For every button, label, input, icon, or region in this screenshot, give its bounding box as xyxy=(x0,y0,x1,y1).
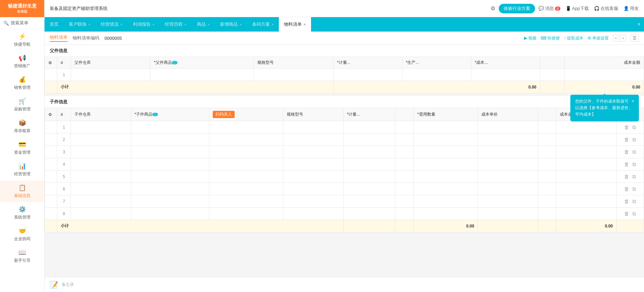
td-child-unit-cost[interactable] xyxy=(478,121,538,133)
td-child-product[interactable] xyxy=(131,146,209,158)
td-child-qty[interactable] xyxy=(413,121,478,133)
td-child-unit[interactable] xyxy=(343,208,395,220)
td-child-unit[interactable] xyxy=(343,158,395,171)
tab-customer[interactable]: 客户联络 × xyxy=(64,17,96,32)
td-child-product[interactable] xyxy=(131,195,209,208)
td-child-qty[interactable] xyxy=(413,133,478,146)
td-spec[interactable] xyxy=(254,69,333,81)
td-parent-warehouse[interactable] xyxy=(71,69,150,81)
tab-bom[interactable]: 物料清单 × xyxy=(279,17,311,32)
td-child-unit-cost[interactable] xyxy=(478,183,538,195)
sidebar-item-inventory[interactable]: 📦 库存核算 xyxy=(0,116,44,137)
user-avatar[interactable]: 👤 用友 xyxy=(623,5,639,12)
td-child-warehouse[interactable] xyxy=(71,195,131,208)
td-child-spec[interactable] xyxy=(283,208,344,220)
td-parent-product[interactable] xyxy=(150,69,254,81)
sidebar-search[interactable]: 🔍 搜索菜单 xyxy=(0,17,44,29)
td-child-spec[interactable] xyxy=(283,146,344,158)
copy-button[interactable]: ⧉ xyxy=(631,211,637,217)
td-child-unit[interactable] xyxy=(343,121,395,133)
sidebar-item-system[interactable]: ⚙️ 系统管理 xyxy=(0,202,44,224)
copy-button[interactable]: ⧉ xyxy=(631,174,637,180)
sidebar-item-purchase[interactable]: 🛒 采购管理 xyxy=(0,94,44,116)
message-button[interactable]: 💬 消息 6 xyxy=(538,5,560,12)
td-child-warehouse[interactable] xyxy=(71,133,131,146)
td-unit[interactable] xyxy=(333,69,402,81)
copy-button[interactable]: ⧉ xyxy=(631,198,637,205)
th-settings[interactable]: ⚙ xyxy=(45,57,57,69)
td-child-unit-cost[interactable] xyxy=(478,208,538,220)
online-service-button[interactable]: 🎧 在线客服 xyxy=(594,5,618,12)
tab-close-icon[interactable]: × xyxy=(272,22,274,26)
tab-profit[interactable]: 利润报告 × xyxy=(128,17,160,32)
scan-button[interactable]: 扫码录入 xyxy=(213,111,235,118)
tab-history[interactable]: 经营历程 × xyxy=(160,17,191,32)
tab-close-icon[interactable]: × xyxy=(239,22,242,26)
td-child-unit-cost[interactable] xyxy=(478,195,538,208)
sidebar-item-basic-info[interactable]: 📋 基础信息 xyxy=(0,180,44,202)
prev-button[interactable]: ‹ xyxy=(613,35,619,42)
delete-button[interactable]: 🗑 xyxy=(623,174,630,179)
td-child-unit[interactable] xyxy=(343,195,395,208)
sidebar-item-enterprise[interactable]: 🤝 企业协同 xyxy=(0,224,44,245)
td-child-unit-cost[interactable] xyxy=(478,158,538,171)
close-all-tabs-icon[interactable]: × xyxy=(637,21,641,27)
next-button[interactable]: › xyxy=(620,35,626,42)
td-child-qty[interactable] xyxy=(413,183,478,195)
app-download-button[interactable]: 📱 App下载 xyxy=(566,5,589,12)
th-child-settings[interactable]: ⚙ xyxy=(45,108,57,121)
extract-cost-button[interactable]: ↑ 提取成本 xyxy=(564,35,583,41)
single-settings-button[interactable]: ⚙ 单据设置 xyxy=(587,35,609,41)
td-child-product[interactable] xyxy=(131,208,209,220)
td-child-warehouse[interactable] xyxy=(71,208,131,220)
tab-operations[interactable]: 经营情况 × xyxy=(96,17,127,32)
tab-close-icon[interactable]: × xyxy=(184,22,186,26)
td-child-spec[interactable] xyxy=(283,183,344,195)
th-scan[interactable]: 扫码录入 xyxy=(209,108,283,121)
td-production[interactable] xyxy=(402,69,471,81)
tab-close-icon[interactable]: × xyxy=(304,22,306,26)
td-child-unit-cost[interactable] xyxy=(478,133,538,146)
tab-close-icon[interactable]: × xyxy=(88,22,90,26)
delete-button[interactable]: 🗑 xyxy=(623,211,630,217)
sidebar-item-sales[interactable]: 💰 销售管理 xyxy=(0,72,44,94)
sidebar-item-operations[interactable]: 📊 经营管理 xyxy=(0,159,44,180)
delete-button[interactable]: 🗑 xyxy=(623,186,630,192)
delete-button[interactable]: 🗑 xyxy=(623,124,630,130)
sidebar-item-guide[interactable]: 📖 新手引导 xyxy=(0,245,44,267)
td-child-warehouse[interactable] xyxy=(71,121,131,133)
tab-new-product[interactable]: 新增商品 × xyxy=(215,17,247,32)
settings-button[interactable]: ⚙ xyxy=(491,5,495,12)
sidebar-item-finance[interactable]: 💳 资金管理 xyxy=(0,137,44,159)
td-child-qty[interactable] xyxy=(413,195,478,208)
td-child-product[interactable] xyxy=(131,171,209,183)
td-child-spec[interactable] xyxy=(283,133,344,146)
td-child-product[interactable] xyxy=(131,121,209,133)
copy-button[interactable]: ⧉ xyxy=(631,161,637,167)
td-child-qty[interactable] xyxy=(413,146,478,158)
breadcrumb-bom[interactable]: 物料清单 xyxy=(50,34,67,42)
td-child-warehouse[interactable] xyxy=(71,146,131,158)
td-child-warehouse[interactable] xyxy=(71,183,131,195)
copy-button[interactable]: ⧉ xyxy=(631,149,637,155)
copy-button[interactable]: ⧉ xyxy=(631,137,637,143)
td-child-product[interactable] xyxy=(131,133,209,146)
td-child-qty[interactable] xyxy=(413,171,478,183)
tab-close-icon[interactable]: × xyxy=(208,22,210,26)
video-button[interactable]: ▶ 视频 xyxy=(524,35,536,41)
delete-button[interactable]: 🗑 xyxy=(623,137,630,142)
td-child-warehouse[interactable] xyxy=(71,158,131,171)
tab-close-icon[interactable]: × xyxy=(152,22,154,26)
sidebar-item-marketing[interactable]: 📢 营销推广 xyxy=(0,51,44,72)
copy-button[interactable]: ⧉ xyxy=(631,186,637,192)
td-child-warehouse[interactable] xyxy=(71,171,131,183)
td-child-spec[interactable] xyxy=(283,171,344,183)
td-child-unit-cost[interactable] xyxy=(478,146,538,158)
tab-home[interactable]: 首页 xyxy=(45,17,64,32)
td-cost[interactable] xyxy=(471,69,540,81)
td-child-spec[interactable] xyxy=(283,121,344,133)
tab-barcode[interactable]: 条码方案 × xyxy=(247,17,279,32)
list-view-button[interactable]: ☰ xyxy=(630,35,639,42)
td-child-product[interactable] xyxy=(131,183,209,195)
td-child-product[interactable] xyxy=(131,158,209,171)
